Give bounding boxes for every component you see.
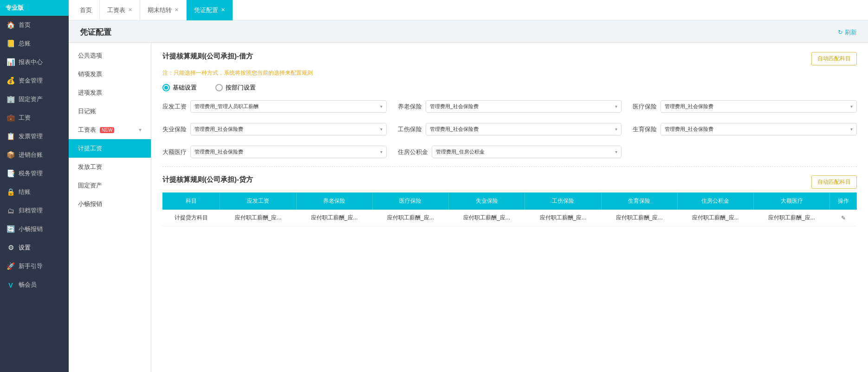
medical-select-arrow: ▾ [850, 104, 853, 109]
td-housing-val: 应付职工薪酬_应... [677, 210, 753, 226]
td-injury-val: 应付职工薪酬_应... [525, 210, 601, 226]
close-period-icon: 🔒 [6, 188, 15, 196]
sidebar-item-tax[interactable]: 📑 税务管理 [0, 164, 69, 183]
nav-item-public[interactable]: 公共选项 [69, 46, 151, 65]
salary-select[interactable]: 管理费用_管理人员职工薪酬 ▾ [190, 100, 387, 113]
unemployment-select-arrow: ▾ [380, 127, 382, 132]
nav-expense-label: 小畅报销 [78, 200, 102, 208]
settings-icon: ⚙ [6, 244, 15, 252]
nav-item-salary-table[interactable]: 工资表 NEW ▾ [69, 121, 151, 139]
th-medical: 医疗保险 [372, 192, 448, 210]
tab-period-label: 期末结转 [148, 6, 172, 14]
sidebar-item-asset[interactable]: 🏢 固定资产 [0, 90, 69, 109]
tab-bar: 首页 工资表 ✕ 期末结转 ✕ 凭证配置 ✕ [69, 0, 868, 20]
birth-select[interactable]: 管理费用_社会保险费 ▾ [661, 123, 857, 135]
new-badge: NEW [100, 127, 114, 133]
content-area: 公共选项 销项发票 进项发票 日记账 工资表 NEW ▾ 计提工资 发放工资 [69, 43, 868, 372]
sidebar-item-label: 畅会员 [19, 281, 37, 289]
nav-item-sales-invoice[interactable]: 销项发票 [69, 65, 151, 83]
sidebar-item-invoice[interactable]: 📋 发票管理 [0, 127, 69, 146]
tab-period-close[interactable]: 期末结转 ✕ [140, 0, 187, 20]
housing-label: 住房公积金 [398, 148, 428, 156]
td-subject: 计提贷方科目 [162, 210, 220, 226]
purchase-icon: 📦 [6, 151, 15, 159]
nav-purchase-label: 进项发票 [78, 89, 102, 97]
unemployment-select-value: 管理费用_社会保险费 [194, 126, 243, 133]
tab-period-close-icon[interactable]: ✕ [175, 7, 179, 13]
medical-select[interactable]: 管理费用_社会保险费 ▾ [661, 100, 857, 113]
edit-icon[interactable]: ✎ [841, 215, 846, 221]
pension-select[interactable]: 管理费用_社会保险费 ▾ [426, 100, 622, 113]
sidebar-item-settings[interactable]: ⚙ 设置 [0, 238, 69, 257]
tab-salary-label: 工资表 [107, 6, 125, 14]
tab-salary-table[interactable]: 工资表 ✕ [100, 0, 140, 20]
debit-note: 注：只能选择一种方式，系统将按照您当前的选择来配置规则 [162, 69, 857, 77]
unemployment-select[interactable]: 管理费用_社会保险费 ▾ [190, 123, 387, 135]
tab-home-label: 首页 [80, 6, 92, 14]
home-icon: 🏠 [6, 21, 15, 29]
app-title: 专业版 [0, 0, 69, 16]
th-salary: 应发工资 [220, 192, 296, 210]
nav-item-expense[interactable]: 小畅报销 [69, 195, 151, 213]
th-injury: 工伤保险 [525, 192, 601, 210]
td-action[interactable]: ✎ [830, 210, 857, 226]
th-large-medical: 大额医疗 [754, 192, 830, 210]
sidebar-item-close[interactable]: 🔒 结账 [0, 183, 69, 201]
nav-item-purchase-invoice[interactable]: 进项发票 [69, 83, 151, 102]
large-medical-select[interactable]: 管理费用_社会保险费 ▾ [190, 146, 387, 158]
radio-group-debit: 基础设置 按部门设置 [162, 83, 857, 92]
sidebar-item-guide[interactable]: 🚀 新手引导 [0, 257, 69, 276]
sidebar-item-label: 税务管理 [19, 169, 43, 178]
sidebar-item-ledger[interactable]: 📒 总账 [0, 34, 69, 53]
tab-salary-close-icon[interactable]: ✕ [128, 7, 132, 13]
tab-home[interactable]: 首页 [72, 0, 100, 20]
section-divider [162, 167, 857, 167]
nav-item-journal[interactable]: 日记账 [69, 102, 151, 121]
housing-select[interactable]: 管理费用_住房公积金 ▾ [432, 146, 622, 158]
td-unemployment-val: 应付职工薪酬_应... [449, 210, 525, 226]
invoice-icon: 📋 [6, 132, 15, 141]
injury-select-arrow: ▾ [615, 127, 617, 132]
debit-form-row-1: 应发工资 管理费用_管理人员职工薪酬 ▾ 养老保险 管理费用_社会保险费 ▾ [162, 100, 857, 113]
th-birth: 生育保险 [601, 192, 677, 210]
sidebar-item-label: 报表中心 [19, 58, 43, 66]
radio-basic[interactable]: 基础设置 [162, 83, 197, 92]
radio-basic-label: 基础设置 [173, 83, 197, 92]
td-salary-val: 应付职工薪酬_应... [220, 210, 296, 226]
salary-select-arrow: ▾ [380, 104, 382, 109]
th-unemployment: 失业保险 [449, 192, 525, 210]
refresh-button[interactable]: ↻ 刷新 [838, 28, 857, 37]
sidebar: 专业版 🏠 首页 📒 总账 📊 报表中心 💰 资金管理 🏢 固定资产 💼 工资 … [0, 0, 69, 372]
radio-dept-label: 按部门设置 [226, 83, 256, 92]
sidebar-item-salary[interactable]: 💼 工资 [0, 109, 69, 127]
housing-arrow: ▾ [615, 149, 617, 154]
sidebar-item-member[interactable]: V 畅会员 [0, 276, 69, 294]
sidebar-item-label: 固定资产 [19, 95, 43, 103]
ledger-icon: 📒 [6, 39, 15, 48]
auto-match-debit-button[interactable]: 自动匹配科目 [811, 52, 857, 65]
fund-icon: 💰 [6, 77, 15, 85]
nav-item-fixed-asset[interactable]: 固定资产 [69, 176, 151, 195]
sidebar-item-report[interactable]: 📊 报表中心 [0, 53, 69, 71]
form-item-unemployment: 失业保险 管理费用_社会保险费 ▾ [162, 123, 387, 135]
tab-voucher-close-icon[interactable]: ✕ [221, 7, 225, 13]
th-action: 操作 [830, 192, 857, 210]
sidebar-item-fund[interactable]: 💰 资金管理 [0, 71, 69, 90]
form-item-birth: 生育保险 管理费用_社会保险费 ▾ [633, 123, 857, 135]
nav-item-pay-salary[interactable]: 发放工资 [69, 158, 151, 176]
credit-table: 科目 应发工资 养老保险 医疗保险 失业保险 工伤保险 生育保险 住房公积金 大… [162, 192, 857, 226]
sidebar-item-smallreport[interactable]: 🔄 小畅报销 [0, 220, 69, 238]
nav-item-accrued-salary[interactable]: 计提工资 [69, 139, 151, 158]
auto-match-credit-button[interactable]: 自动匹配科目 [811, 175, 857, 189]
form-item-pension: 养老保险 管理费用_社会保险费 ▾ [398, 100, 622, 113]
tab-voucher-config[interactable]: 凭证配置 ✕ [187, 0, 233, 20]
td-birth-val: 应付职工薪酬_应... [601, 210, 677, 226]
sidebar-item-archive[interactable]: 🗂 归档管理 [0, 201, 69, 220]
radio-dept[interactable]: 按部门设置 [215, 83, 256, 92]
salary-icon: 💼 [6, 114, 15, 122]
injury-select[interactable]: 管理费用_社会保险费 ▾ [426, 123, 622, 135]
sidebar-item-purchase[interactable]: 📦 进销台账 [0, 146, 69, 164]
member-icon: V [6, 281, 15, 289]
debit-section: 计提核算规则(公司承担)-借方 自动匹配科目 注：只能选择一种方式，系统将按照您… [162, 52, 857, 158]
sidebar-item-home[interactable]: 🏠 首页 [0, 16, 69, 34]
